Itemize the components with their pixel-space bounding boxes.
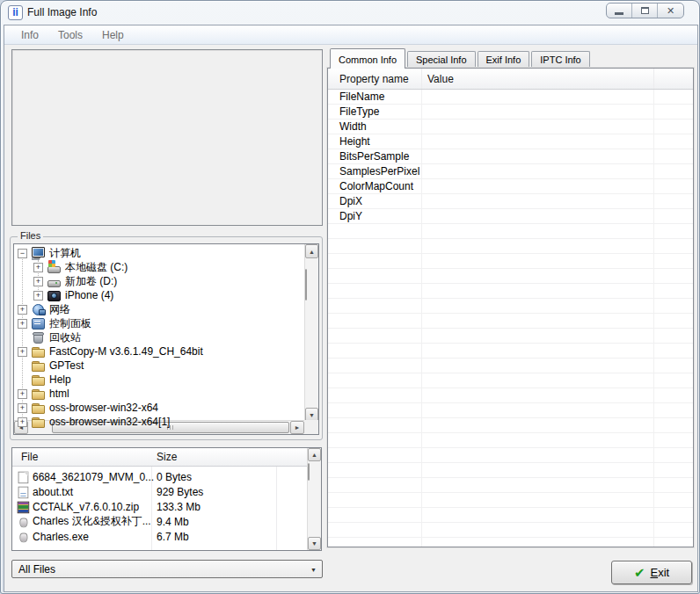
file-size: 0 Bytes bbox=[157, 471, 192, 483]
file-row[interactable]: about.txt929 Bytes bbox=[12, 484, 306, 499]
file-list-vertical-scrollbar[interactable]: ▲ ▼ bbox=[307, 448, 321, 550]
tree-item-label: 计算机 bbox=[49, 246, 81, 260]
menu-tools[interactable]: Tools bbox=[48, 25, 92, 45]
menu-help[interactable]: Help bbox=[92, 25, 134, 45]
charles-app-icon bbox=[17, 530, 29, 542]
tree-item-label: oss-browser-win32-x64[1] bbox=[49, 416, 170, 428]
tree-item-gptest[interactable]: GPTest bbox=[14, 359, 303, 373]
menubar: Info Tools Help bbox=[4, 25, 697, 45]
maximize-icon bbox=[641, 7, 649, 14]
app-icon: ii bbox=[8, 5, 23, 20]
tree-item-oss-browser-1[interactable]: oss-browser-win32-x64[1] bbox=[14, 415, 303, 429]
expand-icon[interactable] bbox=[18, 389, 27, 399]
expand-icon[interactable] bbox=[18, 403, 27, 413]
folder-icon bbox=[31, 401, 45, 415]
property-name: ColorMapCount bbox=[339, 180, 413, 192]
file-text-icon bbox=[17, 485, 29, 497]
column-header-file[interactable]: File bbox=[21, 451, 38, 463]
property-name: BitsPerSample bbox=[339, 150, 409, 163]
check-icon: ✔ bbox=[634, 566, 645, 579]
window-controls: ✕ bbox=[606, 3, 684, 18]
property-row[interactable]: DpiX bbox=[328, 194, 693, 209]
tree-item-label: 本地磁盘 (C:) bbox=[65, 260, 128, 274]
property-row[interactable]: FileName bbox=[328, 90, 693, 105]
file-size: 6.7 Mb bbox=[157, 531, 189, 543]
expand-icon[interactable] bbox=[18, 347, 27, 357]
folder-icon bbox=[31, 373, 45, 387]
expander-spacer bbox=[18, 375, 27, 385]
folder-icon bbox=[31, 359, 45, 373]
expand-icon[interactable] bbox=[18, 417, 27, 427]
file-row[interactable]: CCTALK_v7.6.0.10.zip133.3 Mb bbox=[12, 499, 306, 514]
empty-rows-area bbox=[328, 224, 693, 547]
tree-item-oss-browser[interactable]: oss-browser-win32-x64 bbox=[14, 401, 303, 415]
tree-item-iphone[interactable]: iPhone (4) bbox=[14, 288, 303, 302]
file-filter-combobox[interactable]: All Files ▼ bbox=[11, 560, 323, 578]
property-name: Height bbox=[339, 135, 370, 148]
file-list[interactable]: File Size 6684_3621079_MVM_0...0 Bytes a… bbox=[11, 447, 322, 551]
column-header-property-name[interactable]: Property name bbox=[339, 73, 409, 85]
tree-item-fastcopy[interactable]: FastCopy-M v3.6.1.49_CH_64bit bbox=[14, 344, 303, 359]
scrollbar-thumb[interactable] bbox=[305, 269, 307, 301]
tab-common-info[interactable]: Common Info bbox=[330, 48, 405, 69]
expander-spacer bbox=[18, 361, 27, 371]
property-table-body: FileName FileType Width Height BitsPerSa… bbox=[328, 90, 693, 547]
scroll-down-button[interactable]: ▼ bbox=[308, 537, 321, 550]
property-row[interactable]: ColorMapCount bbox=[328, 179, 693, 194]
recycle-bin-icon bbox=[31, 330, 45, 344]
property-row[interactable]: BitsPerSample bbox=[328, 149, 693, 164]
image-preview-panel bbox=[11, 49, 323, 226]
expand-icon[interactable] bbox=[33, 291, 43, 301]
chevron-down-icon: ▼ bbox=[310, 567, 317, 573]
camera-icon bbox=[47, 288, 61, 302]
tree-item-network[interactable]: 网络 bbox=[14, 302, 303, 316]
tree-item-control-panel[interactable]: 控制面板 bbox=[14, 316, 303, 330]
expand-icon[interactable] bbox=[18, 305, 27, 315]
tree-rows: 计算机 本地磁盘 (C:) 新加卷 (D:) iPhone (4) 网络 控制面… bbox=[14, 246, 303, 429]
maximize-button[interactable] bbox=[632, 4, 658, 18]
tree-item-local-disk-c[interactable]: 本地磁盘 (C:) bbox=[14, 260, 303, 274]
scroll-up-button[interactable]: ▲ bbox=[308, 448, 321, 461]
tree-item-label: iPhone (4) bbox=[65, 289, 113, 301]
property-row[interactable]: Width bbox=[328, 120, 693, 134]
tree-vertical-scrollbar[interactable]: ▲ ▼ bbox=[304, 244, 318, 422]
property-table: Property name Value FileName FileType Wi… bbox=[327, 68, 694, 547]
control-panel-icon bbox=[31, 316, 45, 330]
folder-tree[interactable]: 计算机 本地磁盘 (C:) 新加卷 (D:) iPhone (4) 网络 控制面… bbox=[13, 243, 319, 435]
column-header-value[interactable]: Value bbox=[427, 73, 454, 85]
minimize-button[interactable] bbox=[607, 4, 632, 18]
tree-item-label: GPTest bbox=[49, 359, 84, 372]
property-row[interactable]: Height bbox=[328, 134, 693, 149]
scroll-up-button[interactable]: ▲ bbox=[305, 244, 318, 258]
tree-item-label: oss-browser-win32-x64 bbox=[49, 402, 158, 414]
tab-special-info[interactable]: Special Info bbox=[407, 51, 475, 69]
file-row[interactable]: Charles 汉化&授权补丁...9.4 Mb bbox=[12, 514, 306, 529]
file-row[interactable]: 6684_3621079_MVM_0...0 Bytes bbox=[12, 469, 306, 484]
tree-item-volume-d[interactable]: 新加卷 (D:) bbox=[14, 274, 303, 288]
tree-item-html[interactable]: html bbox=[14, 387, 303, 401]
property-row[interactable]: FileType bbox=[328, 105, 693, 120]
exit-button[interactable]: ✔ Exit bbox=[611, 561, 692, 584]
expand-icon[interactable] bbox=[18, 319, 27, 329]
expand-icon[interactable] bbox=[33, 277, 43, 286]
tab-iptc-info[interactable]: IPTC Info bbox=[531, 51, 589, 69]
menu-info[interactable]: Info bbox=[11, 25, 48, 45]
exit-button-label: Exit bbox=[650, 566, 669, 579]
app-window: ii Full Image Info ✕ Info Tools Help Fil… bbox=[0, 0, 700, 594]
file-row[interactable]: Charles.exe6.7 Mb bbox=[12, 529, 306, 544]
tree-item-computer[interactable]: 计算机 bbox=[14, 246, 303, 260]
tree-item-label: FastCopy-M v3.6.1.49_CH_64bit bbox=[49, 345, 203, 358]
close-button[interactable]: ✕ bbox=[658, 4, 683, 18]
tree-item-recycle-bin[interactable]: 回收站 bbox=[14, 330, 303, 344]
tab-exif-info[interactable]: Exif Info bbox=[478, 51, 530, 69]
property-row[interactable]: DpiY bbox=[328, 209, 693, 224]
property-row[interactable]: SamplesPerPixel bbox=[328, 164, 693, 179]
column-divider bbox=[653, 69, 654, 89]
tree-item-help[interactable]: Help bbox=[14, 373, 303, 387]
collapse-icon[interactable] bbox=[18, 249, 27, 258]
scrollbar-thumb[interactable] bbox=[308, 463, 310, 481]
property-name: DpiY bbox=[339, 210, 362, 222]
column-header-size[interactable]: Size bbox=[157, 451, 177, 463]
tree-item-label: html bbox=[49, 388, 69, 400]
expand-icon[interactable] bbox=[33, 263, 43, 272]
